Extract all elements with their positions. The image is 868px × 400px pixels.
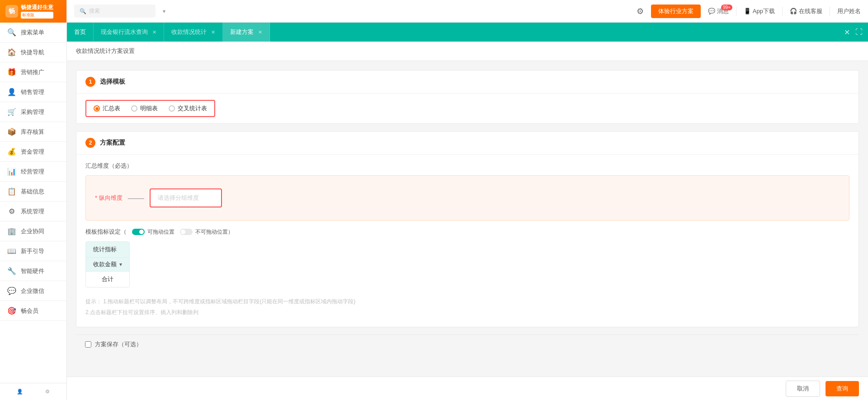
- sidebar-item-quick-nav[interactable]: 🏠 快捷导航: [0, 42, 66, 62]
- dimension-select-box[interactable]: 请选择分组维度: [150, 188, 222, 207]
- metrics-item-dropdown-icon[interactable]: ▾: [119, 261, 122, 268]
- dimension-arrow-icon: ——: [128, 193, 144, 203]
- main-content: 🔍 搜索 ▾ ⚙ 体验行业方案 💬 消息 99+ 📱 App下载 🎧: [67, 0, 868, 400]
- sidebar-nav: 🔍 搜索菜单 🏠 快捷导航 🎁 营销推广 👤 销售管理 🛒 采购管理 📦 库存核…: [0, 23, 66, 383]
- sidebar-item-business[interactable]: 📊 经营管理: [0, 162, 66, 182]
- sidebar-item-wechat[interactable]: 💬 企业微信: [0, 281, 66, 301]
- step1-header: 1 选择模板: [76, 71, 859, 94]
- sidebar-item-label: 采购管理: [21, 108, 44, 116]
- sidebar-item-label: 经营管理: [21, 168, 44, 176]
- sidebar-item-guide[interactable]: 📖 新手引导: [0, 241, 66, 261]
- metrics-header: 模板指标设定（ 可拖动位置 不可拖动位置）: [85, 228, 849, 236]
- trial-button[interactable]: 体验行业方案: [651, 5, 701, 18]
- topbar-search-box[interactable]: 🔍 搜索: [74, 5, 156, 18]
- sales-icon: 👤: [7, 88, 16, 96]
- message-badge: 99+: [721, 5, 732, 10]
- sidebar-item-member[interactable]: 🎯 畅会员: [0, 301, 66, 321]
- radio-detail[interactable]: 明细表: [131, 104, 158, 113]
- radio-summary-label: 汇总表: [103, 104, 120, 113]
- hint-1: 提示： 1.拖动标题栏可以调整布局，不可跨维度或指标区域拖动栏目字段(只能在同一…: [85, 296, 849, 307]
- save-checkbox[interactable]: [85, 341, 91, 348]
- tab-bank-flow-label: 现金银行流水查询: [101, 28, 148, 36]
- sidebar-item-inventory[interactable]: 📦 库存核算: [0, 122, 66, 142]
- sidebar-item-search-menu[interactable]: 🔍 搜索菜单: [0, 23, 66, 42]
- topbar-chevron-icon[interactable]: ▾: [163, 8, 165, 14]
- sidebar-bottom-btn-2[interactable]: ⚙: [45, 389, 50, 395]
- tab-bank-flow[interactable]: 现金银行流水查询 ✕: [94, 23, 164, 42]
- sidebar-item-smart-hw[interactable]: 🔧 智能硬件: [0, 261, 66, 281]
- toggle-draggable-btn[interactable]: [132, 229, 145, 235]
- template-selection-box: 汇总表 明细表 交叉统计表: [85, 100, 215, 117]
- sidebar-item-label: 基础信息: [21, 188, 44, 196]
- page-header-text: 收款情况统计方案设置: [76, 47, 135, 54]
- search-placeholder-text: 搜索: [89, 7, 100, 15]
- toggle-fixed-label: 不可拖动位置）: [195, 228, 233, 236]
- radio-cross[interactable]: 交叉统计表: [169, 104, 207, 113]
- tabbar-actions: ✕ ⛶: [839, 23, 868, 42]
- cancel-button[interactable]: 取消: [786, 381, 820, 397]
- marketing-icon: 🎁: [7, 68, 16, 76]
- app-download-button[interactable]: 📱 App下载: [744, 7, 775, 15]
- sidebar-item-label: 系统管理: [21, 207, 44, 216]
- radio-cross-circle: [169, 105, 175, 112]
- sidebar: 畅 畅捷通好生意 标准版 🔍 搜索菜单 🏠 快捷导航 🎁 营销推广 👤 销售管理…: [0, 0, 67, 400]
- tabbar: 首页 现金银行流水查询 ✕ 收款情况统计 ✕ 新建方案 ✕ ✕ ⛶: [67, 23, 868, 42]
- sidebar-item-basic-info[interactable]: 📋 基础信息: [0, 182, 66, 202]
- business-icon: 📊: [7, 167, 16, 176]
- settings-icon[interactable]: ⚙: [637, 6, 644, 16]
- support-icon: 🎧: [790, 8, 797, 14]
- user-name-label[interactable]: 用户姓名: [837, 7, 861, 15]
- sidebar-item-label: 库存核算: [21, 128, 44, 136]
- tab-new-plan-close[interactable]: ✕: [258, 29, 262, 35]
- sidebar-item-label: 资金管理: [21, 148, 44, 156]
- message-button[interactable]: 💬 消息 99+: [708, 7, 729, 15]
- dimension-subtitle: 汇总维度（必选）: [85, 162, 849, 170]
- radio-summary[interactable]: 汇总表: [94, 104, 120, 113]
- sidebar-item-enterprise[interactable]: 🏢 企业协同: [0, 221, 66, 241]
- tab-bank-flow-close[interactable]: ✕: [152, 29, 156, 35]
- basic-info-icon: 📋: [7, 187, 16, 196]
- quick-nav-icon: 🏠: [7, 48, 16, 56]
- sidebar-item-marketing[interactable]: 🎁 营销推广: [0, 62, 66, 82]
- tab-collection-stat-close[interactable]: ✕: [211, 29, 215, 35]
- purchase-icon: 🛒: [7, 108, 16, 116]
- tab-new-plan[interactable]: 新建方案 ✕: [223, 23, 270, 42]
- expand-window-icon[interactable]: ⛶: [855, 28, 863, 36]
- metrics-item-name: 收款金额: [93, 260, 117, 268]
- step2-section: 2 方案配置 汇总维度（必选） * 纵向维度 —— 请选择分组维度: [76, 131, 859, 327]
- sidebar-item-label: 搜索菜单: [21, 28, 44, 37]
- hint-2: 2.点击标题栏下拉可设置排序、插入列和删除列: [85, 307, 849, 318]
- online-support-button[interactable]: 🎧 在线客服: [790, 7, 822, 15]
- metrics-grid: 统计指标 收款金额 ▾ 合计: [85, 241, 130, 287]
- save-bar: 方案保存（可选）: [76, 334, 859, 354]
- query-button[interactable]: 查询: [826, 381, 859, 396]
- tab-home[interactable]: 首页: [67, 23, 94, 42]
- page-header: 收款情况统计方案设置: [67, 42, 868, 61]
- tab-collection-stat[interactable]: 收款情况统计 ✕: [164, 23, 223, 42]
- sidebar-bottom: 👤 ⚙: [0, 383, 66, 400]
- page-body: 1 选择模板 汇总表 明细表: [67, 61, 868, 363]
- smart-hw-icon: 🔧: [7, 267, 16, 275]
- dimension-row-label: * 纵向维度: [95, 194, 123, 202]
- sidebar-item-finance[interactable]: 💰 资金管理: [0, 142, 66, 162]
- metrics-title-text: 模板指标设定（: [85, 228, 127, 236]
- step2-header: 2 方案配置: [76, 132, 859, 155]
- logo-badge: 标准版: [21, 12, 53, 19]
- member-icon: 🎯: [7, 306, 16, 315]
- sidebar-item-sales[interactable]: 👤 销售管理: [0, 82, 66, 102]
- metrics-item-row: 收款金额 ▾: [86, 258, 129, 272]
- sidebar-bottom-btn-1[interactable]: 👤: [17, 389, 23, 395]
- tab-home-label: 首页: [74, 28, 86, 36]
- sidebar-item-system[interactable]: ⚙ 系统管理: [0, 202, 66, 221]
- metrics-toggle-draggable: 可拖动位置: [132, 228, 175, 236]
- toggle-fixed-btn[interactable]: [180, 229, 193, 235]
- sidebar-item-label: 新手引导: [21, 247, 44, 255]
- close-window-icon[interactable]: ✕: [844, 28, 850, 37]
- sidebar-item-purchase[interactable]: 🛒 采购管理: [0, 102, 66, 122]
- dimension-area: * 纵向维度 —— 请选择分组维度: [85, 175, 849, 221]
- save-label: 方案保存（可选）: [95, 340, 142, 348]
- metrics-grid-header: 统计指标: [86, 242, 129, 258]
- step1-number: 1: [85, 77, 95, 87]
- step1-section: 1 选择模板 汇总表 明细表: [76, 70, 859, 124]
- toggle-draggable-knob: [139, 230, 144, 234]
